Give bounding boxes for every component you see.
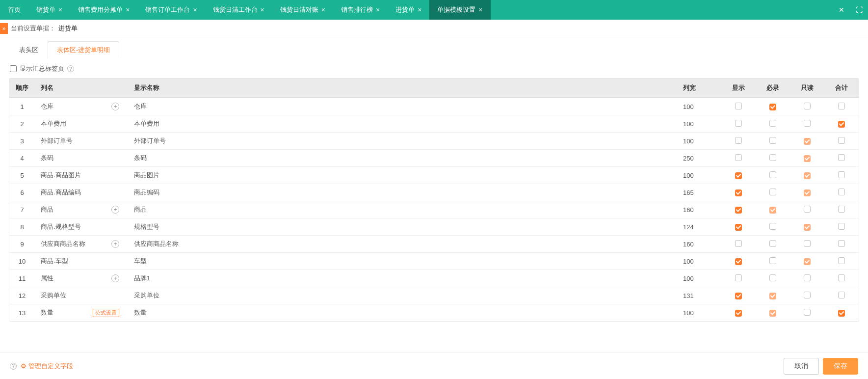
tab-item[interactable]: 销售排行榜×	[333, 0, 388, 20]
table-row[interactable]: 1仓库+仓库100	[9, 98, 859, 115]
required-checkbox[interactable]	[769, 120, 776, 127]
show-checkbox[interactable]	[735, 172, 742, 179]
tab-close-icon[interactable]: ×	[58, 6, 62, 14]
total-checkbox[interactable]	[838, 189, 845, 195]
add-column-button[interactable]: +	[111, 240, 119, 248]
row-width[interactable]: 250	[677, 150, 721, 167]
readonly-checkbox[interactable]	[804, 120, 811, 127]
row-displayname[interactable]: 本单费用	[128, 115, 677, 133]
table-row[interactable]: 13数量公式设置数量100	[9, 304, 859, 322]
required-checkbox[interactable]	[769, 257, 776, 264]
tab-item[interactable]: 钱货日清对账×	[272, 0, 333, 20]
tab-close-icon[interactable]: ×	[478, 6, 482, 14]
readonly-checkbox[interactable]	[804, 292, 811, 298]
show-summary-tab-checkbox[interactable]	[10, 65, 17, 72]
fullscreen-button[interactable]: ⛶	[850, 0, 868, 20]
table-row[interactable]: 12采购单位采购单位131	[9, 287, 859, 304]
table-row[interactable]: 2本单费用本单费用100	[9, 115, 859, 133]
show-checkbox[interactable]	[735, 190, 742, 196]
tab-home[interactable]: 首页	[0, 0, 28, 20]
sidebar-toggle[interactable]: »	[0, 23, 8, 34]
row-width[interactable]: 100	[677, 133, 721, 150]
row-width[interactable]: 100	[677, 253, 721, 270]
row-displayname[interactable]: 条码	[128, 150, 677, 167]
row-width[interactable]: 100	[677, 304, 721, 322]
show-checkbox[interactable]	[735, 120, 742, 127]
required-checkbox[interactable]	[769, 240, 776, 247]
readonly-checkbox[interactable]	[804, 274, 811, 281]
readonly-checkbox[interactable]	[804, 103, 811, 109]
table-row[interactable]: 6商品.商品编码商品编码165	[9, 184, 859, 201]
table-row[interactable]: 8商品.规格型号规格型号124	[9, 218, 859, 236]
show-checkbox[interactable]	[735, 137, 742, 144]
total-checkbox[interactable]	[838, 257, 845, 264]
tab-close-icon[interactable]: ×	[418, 6, 421, 14]
tab-item[interactable]: 进货单×	[388, 0, 429, 20]
show-checkbox[interactable]	[735, 103, 742, 109]
tab-item[interactable]: 销货单×	[28, 0, 70, 20]
table-row[interactable]: 4条码条码250	[9, 150, 859, 167]
add-column-button[interactable]: +	[111, 103, 119, 110]
row-displayname[interactable]: 规格型号	[128, 218, 677, 236]
show-checkbox[interactable]	[735, 240, 742, 247]
close-all-tabs-button[interactable]: ✕	[833, 0, 850, 20]
show-checkbox[interactable]	[735, 224, 742, 231]
tab-item[interactable]: 销售费用分摊单×	[70, 0, 137, 20]
inner-tab[interactable]: 表体区-进货单明细	[48, 41, 119, 58]
tab-close-icon[interactable]: ×	[376, 6, 380, 14]
required-checkbox[interactable]	[769, 104, 776, 110]
add-column-button[interactable]: +	[111, 274, 119, 282]
row-width[interactable]: 131	[677, 287, 721, 304]
show-checkbox[interactable]	[735, 207, 742, 214]
table-row[interactable]: 10商品.车型车型100	[9, 253, 859, 270]
row-width[interactable]: 160	[677, 236, 721, 253]
inner-tab[interactable]: 表头区	[10, 41, 48, 58]
total-checkbox[interactable]	[838, 206, 845, 213]
row-width[interactable]: 165	[677, 184, 721, 201]
readonly-checkbox[interactable]	[804, 240, 811, 247]
row-displayname[interactable]: 供应商商品名称	[128, 236, 677, 253]
tab-close-icon[interactable]: ×	[193, 6, 197, 14]
tab-item[interactable]: 单据模板设置×	[429, 0, 490, 20]
tab-item[interactable]: 销售订单工作台×	[137, 0, 205, 20]
row-displayname[interactable]: 商品	[128, 201, 677, 218]
tab-item[interactable]: 钱货日清工作台×	[205, 0, 272, 20]
total-checkbox[interactable]	[838, 292, 845, 298]
row-displayname[interactable]: 品牌1	[128, 270, 677, 287]
required-checkbox[interactable]	[769, 154, 776, 161]
table-row[interactable]: 5商品.商品图片商品图片100	[9, 167, 859, 184]
total-checkbox[interactable]	[838, 137, 845, 144]
tab-close-icon[interactable]: ×	[261, 6, 264, 14]
readonly-checkbox[interactable]	[804, 206, 811, 213]
required-checkbox[interactable]	[769, 137, 776, 144]
add-column-button[interactable]: +	[111, 206, 119, 214]
row-displayname[interactable]: 采购单位	[128, 287, 677, 304]
row-displayname[interactable]: 商品图片	[128, 167, 677, 184]
required-checkbox[interactable]	[769, 274, 776, 281]
readonly-checkbox[interactable]	[804, 309, 811, 316]
row-width[interactable]: 100	[677, 115, 721, 133]
row-width[interactable]: 100	[677, 98, 721, 115]
required-checkbox[interactable]	[769, 171, 776, 178]
total-checkbox[interactable]	[838, 171, 845, 178]
tab-close-icon[interactable]: ×	[321, 6, 325, 14]
show-checkbox[interactable]	[735, 274, 742, 281]
show-checkbox[interactable]	[735, 293, 742, 299]
table-row[interactable]: 7商品+商品160	[9, 201, 859, 218]
row-displayname[interactable]: 外部订单号	[128, 133, 677, 150]
total-checkbox[interactable]	[838, 103, 845, 109]
formula-settings-button[interactable]: 公式设置	[93, 309, 119, 317]
row-displayname[interactable]: 数量	[128, 304, 677, 322]
row-width[interactable]: 160	[677, 201, 721, 218]
required-checkbox[interactable]	[769, 223, 776, 230]
row-width[interactable]: 100	[677, 270, 721, 287]
total-checkbox[interactable]	[838, 274, 845, 281]
total-checkbox[interactable]	[838, 240, 845, 247]
row-width[interactable]: 100	[677, 167, 721, 184]
show-checkbox[interactable]	[735, 258, 742, 265]
total-checkbox[interactable]	[838, 154, 845, 161]
row-displayname[interactable]: 车型	[128, 253, 677, 270]
help-icon[interactable]: ?	[67, 65, 74, 72]
total-checkbox[interactable]	[838, 121, 845, 128]
row-displayname[interactable]: 商品编码	[128, 184, 677, 201]
